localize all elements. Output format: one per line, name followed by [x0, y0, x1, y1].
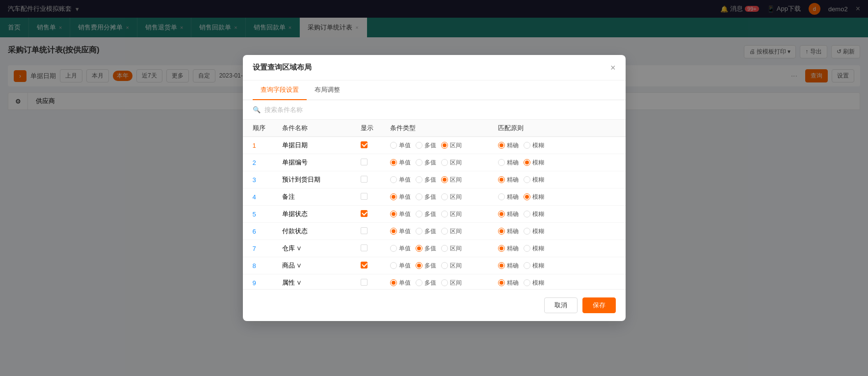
match-radio-item[interactable]: 精确: [498, 262, 519, 270]
modal-tab-query-fields[interactable]: 查询字段设置: [253, 81, 307, 100]
radio-dot: [390, 142, 397, 149]
match-radio-group: 精确模糊: [498, 279, 596, 287]
type-radio-item[interactable]: 多值: [416, 262, 436, 270]
type-radio-item[interactable]: 单值: [390, 193, 411, 201]
row-order: 9: [253, 279, 282, 287]
radio-label: 区间: [450, 141, 462, 150]
match-radio-item[interactable]: 精确: [498, 210, 519, 218]
type-radio-item[interactable]: 区间: [441, 210, 462, 218]
match-radio-item[interactable]: 模糊: [524, 227, 544, 236]
radio-dot: [416, 176, 422, 183]
modal-table: 顺序 条件名称 显示 条件类型 匹配原则 1单据日期单值多值区间精确模糊2单据编…: [243, 120, 626, 289]
type-radio-item[interactable]: 区间: [441, 262, 462, 270]
modal-search-bar: 🔍: [243, 100, 626, 120]
cancel-button[interactable]: 取消: [544, 297, 578, 313]
radio-dot: [498, 159, 505, 166]
radio-dot: [498, 193, 505, 200]
radio-label: 多值: [424, 227, 436, 236]
match-radio-group: 精确模糊: [498, 141, 596, 150]
modal-tab-layout[interactable]: 布局调整: [307, 81, 348, 100]
type-radio-item[interactable]: 多值: [416, 193, 436, 201]
radio-dot: [441, 279, 448, 286]
display-checkbox[interactable]: [361, 227, 368, 234]
row-order: 1: [253, 142, 282, 149]
type-radio-item[interactable]: 多值: [416, 159, 436, 167]
type-radio-item[interactable]: 区间: [441, 141, 462, 150]
radio-dot: [524, 159, 530, 166]
radio-label: 多值: [424, 176, 436, 184]
match-radio-item[interactable]: 模糊: [524, 141, 544, 150]
match-radio-item[interactable]: 模糊: [524, 279, 544, 287]
match-radio-group: 精确模糊: [498, 244, 596, 253]
match-radio-item[interactable]: 模糊: [524, 193, 544, 201]
radio-dot: [524, 245, 530, 252]
radio-dot: [524, 262, 530, 269]
radio-label: 精确: [507, 176, 519, 184]
type-radio-item[interactable]: 区间: [441, 176, 462, 184]
modal-overlay: 设置查询区域布局 × 查询字段设置 布局调整 🔍 顺序 条件名称 显示 条件类型: [0, 0, 868, 376]
match-radio-item[interactable]: 模糊: [524, 262, 544, 270]
match-radio-item[interactable]: 精确: [498, 141, 519, 150]
match-radio-item[interactable]: 模糊: [524, 244, 544, 253]
type-radio-item[interactable]: 单值: [390, 262, 411, 270]
modal-footer: 取消 保存: [243, 289, 626, 321]
match-radio-item[interactable]: 精确: [498, 159, 519, 167]
type-radio-item[interactable]: 单值: [390, 227, 411, 236]
type-radio-group: 单值多值区间: [390, 279, 498, 287]
match-radio-item[interactable]: 精确: [498, 176, 519, 184]
match-radio-item[interactable]: 模糊: [524, 210, 544, 218]
match-radio-item[interactable]: 精确: [498, 279, 519, 287]
match-radio-item[interactable]: 精确: [498, 244, 519, 253]
type-radio-item[interactable]: 多值: [416, 141, 436, 150]
radio-label: 精确: [507, 244, 519, 253]
search-input[interactable]: [264, 106, 363, 113]
type-radio-item[interactable]: 区间: [441, 244, 462, 253]
match-radio-item[interactable]: 模糊: [524, 159, 544, 167]
type-radio-item[interactable]: 多值: [416, 279, 436, 287]
modal-close-btn[interactable]: ×: [610, 63, 616, 72]
radio-dot: [416, 142, 422, 149]
match-radio-item[interactable]: 精确: [498, 227, 519, 236]
row-name: 单据编号: [282, 158, 361, 167]
modal-tabs: 查询字段设置 布局调整: [243, 81, 626, 100]
type-radio-group: 单值多值区间: [390, 141, 498, 150]
type-radio-item[interactable]: 单值: [390, 141, 411, 150]
row-name: 商品 ∨: [282, 261, 361, 270]
radio-label: 多值: [424, 141, 436, 150]
radio-label: 精确: [507, 262, 519, 270]
display-checkbox[interactable]: [361, 210, 368, 217]
match-radio-group: 精确模糊: [498, 262, 596, 270]
type-radio-item[interactable]: 多值: [416, 244, 436, 253]
display-checkbox[interactable]: [361, 193, 368, 200]
type-radio-item[interactable]: 区间: [441, 279, 462, 287]
display-checkbox[interactable]: [361, 141, 368, 148]
display-checkbox[interactable]: [361, 176, 368, 183]
type-radio-item[interactable]: 单值: [390, 159, 411, 167]
match-radio-item[interactable]: 模糊: [524, 176, 544, 184]
radio-label: 区间: [450, 210, 462, 218]
type-radio-item[interactable]: 多值: [416, 176, 436, 184]
type-radio-item[interactable]: 单值: [390, 244, 411, 253]
display-checkbox[interactable]: [361, 279, 368, 286]
radio-label: 精确: [507, 279, 519, 287]
save-button[interactable]: 保存: [582, 297, 616, 313]
type-radio-item[interactable]: 单值: [390, 279, 411, 287]
table-row: 8商品 ∨单值多值区间精确模糊: [243, 257, 626, 274]
radio-label: 单值: [399, 279, 411, 287]
radio-dot: [498, 211, 505, 217]
type-radio-item[interactable]: 区间: [441, 159, 462, 167]
display-checkbox[interactable]: [361, 262, 368, 269]
display-checkbox[interactable]: [361, 244, 368, 251]
modal-table-body: 1单据日期单值多值区间精确模糊2单据编号单值多值区间精确模糊3预计到货日期单值多…: [243, 137, 626, 289]
type-radio-item[interactable]: 多值: [416, 227, 436, 236]
match-radio-item[interactable]: 精确: [498, 193, 519, 201]
table-row: 6付款状态单值多值区间精确模糊: [243, 223, 626, 240]
type-radio-item[interactable]: 多值: [416, 210, 436, 218]
type-radio-item[interactable]: 区间: [441, 193, 462, 201]
display-checkbox[interactable]: [361, 159, 368, 165]
type-radio-item[interactable]: 单值: [390, 210, 411, 218]
type-radio-item[interactable]: 单值: [390, 176, 411, 184]
row-name: 仓库 ∨: [282, 244, 361, 253]
radio-label: 模糊: [532, 159, 544, 167]
type-radio-item[interactable]: 区间: [441, 227, 462, 236]
